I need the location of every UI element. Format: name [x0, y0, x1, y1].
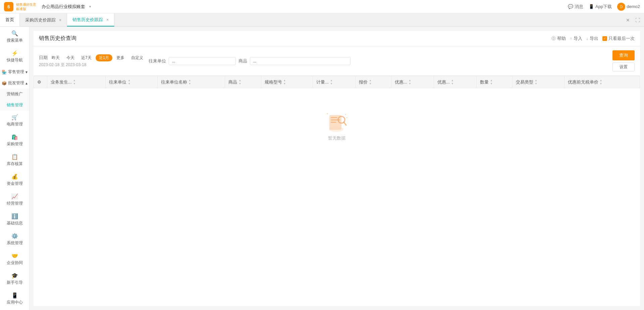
- th-counterparty-name[interactable]: 往来单位名称 ▲▼: [157, 76, 225, 88]
- user-avatar-btn[interactable]: D demo2: [617, 3, 640, 11]
- th-settings[interactable]: ⚙: [34, 76, 47, 88]
- sidebar-item-ecommerce[interactable]: 🛒 电商管理: [0, 111, 29, 131]
- export-icon: ↓: [586, 36, 589, 41]
- gear-icon: ⚙: [37, 80, 41, 85]
- sidebar-item-wholesale[interactable]: 📦 批发管理 ▴: [0, 78, 29, 89]
- th-unit[interactable]: 计量... ▲▼: [313, 76, 356, 88]
- sidebar-item-wechat[interactable]: 💬 企业微信: [0, 309, 29, 310]
- guide-icon: 🎓: [11, 272, 18, 279]
- th-spec[interactable]: 规格型号 ▲▼: [261, 76, 313, 88]
- svg-rect-3: [331, 119, 340, 120]
- counterparty-filter-group: 往来单位 ...: [149, 57, 236, 65]
- logo-icon: 6: [4, 2, 13, 11]
- sidebar-label-ecommerce: 电商管理: [7, 121, 23, 127]
- th-quote[interactable]: 报价 ▲▼: [355, 76, 391, 88]
- retail-expand-icon: ▾: [25, 70, 28, 74]
- counterparty-label: 往来单位: [149, 58, 166, 64]
- svg-point-7: [327, 113, 328, 114]
- th-trade-type[interactable]: 交易类型 ▲▼: [513, 76, 564, 88]
- tab-fullscreen-btn[interactable]: ⛶: [634, 16, 641, 24]
- sidebar-item-quicknav[interactable]: ⚡ 快捷导航: [0, 47, 29, 66]
- sidebar-item-marketing[interactable]: 营销推广: [0, 89, 29, 100]
- date-label: 日期: [39, 55, 48, 61]
- sidebar-label-marketing: 营销推广: [7, 92, 23, 96]
- sort-spec: ▲▼: [283, 79, 286, 85]
- tab-sales-history[interactable]: 销售历史价跟踪 ×: [67, 13, 114, 27]
- sidebar-label-basic: 基础信息: [7, 220, 23, 226]
- date-range-display: 2023-02-18 至 2023-03-18: [39, 62, 146, 68]
- tab-close-all-btn[interactable]: ✕: [625, 16, 631, 24]
- date-btn-last7[interactable]: 近7天: [78, 54, 94, 61]
- sidebar-item-system[interactable]: ⚙️ 系统管理: [0, 229, 29, 249]
- th-biz-date[interactable]: 业务发生... ▲▼: [47, 76, 106, 88]
- svg-rect-4: [331, 122, 336, 123]
- date-btn-custom[interactable]: 自定义: [128, 54, 146, 61]
- inventory-icon: 📋: [11, 154, 18, 160]
- date-btn-today[interactable]: 今天: [64, 54, 77, 61]
- counterparty-input-placeholder: ...: [172, 59, 175, 63]
- only-last-checkbox-group[interactable]: ✓ 只看最后一次: [602, 36, 635, 42]
- th-counterparty-code[interactable]: 往来单位 ▲▼: [106, 76, 157, 88]
- setting-btn[interactable]: 设置: [612, 62, 635, 71]
- sidebar-label-inventory: 库存核算: [7, 161, 23, 167]
- finance-icon: 💰: [11, 173, 18, 180]
- page-header-actions: ⓪ 帮助 ↑ 导入 ↓ 导出 ✓ 只看最后一次: [551, 36, 635, 42]
- sidebar-item-operations[interactable]: 📈 经营管理: [0, 190, 29, 210]
- sidebar-label-retail: 零售管理: [8, 69, 24, 75]
- sidebar-item-inventory[interactable]: 📋 库存核算: [0, 150, 29, 170]
- th-quantity[interactable]: 数量 ▲▼: [476, 76, 512, 88]
- date-btn-more[interactable]: 更多: [114, 54, 127, 61]
- sidebar-item-apps[interactable]: 📱 应用中心: [0, 289, 29, 309]
- tab-bar: 首页 采购历史价跟踪 × 销售历史价跟踪 × ✕ ⛶: [0, 13, 644, 27]
- filter-date-group: 日期 昨天 今天 近7天 近1月 更多 自定义 2023-02-18 至 202…: [39, 54, 146, 68]
- sidebar-label-purchase: 采购管理: [7, 141, 23, 147]
- table-area: ⚙ 业务发生... ▲▼ 往来单位: [34, 76, 640, 306]
- import-icon: ↑: [570, 36, 572, 41]
- sidebar-label-guide: 新手引导: [7, 280, 23, 286]
- sidebar-item-finance[interactable]: 💰 资金管理: [0, 170, 29, 190]
- th-discount1[interactable]: 优惠... ▲▼: [391, 76, 434, 88]
- tab-home[interactable]: 首页: [0, 13, 20, 27]
- th-pretax[interactable]: 优惠前无税单价 ▲▼: [564, 76, 640, 88]
- sort-trade-type: ▲▼: [535, 79, 537, 85]
- th-goods[interactable]: 商品 ▲▼: [225, 76, 261, 88]
- svg-point-9: [346, 117, 347, 118]
- sort-goods: ▲▼: [238, 79, 241, 85]
- date-btn-last1m[interactable]: 近1月: [96, 54, 113, 61]
- sidebar-item-basic[interactable]: ℹ️ 基础信息: [0, 210, 29, 229]
- tab-purchase-close[interactable]: ×: [59, 18, 61, 22]
- counterparty-input[interactable]: ...: [169, 57, 236, 65]
- sidebar-item-purchase[interactable]: 🛍️ 采购管理: [0, 131, 29, 150]
- sidebar-item-sales-mgmt[interactable]: 销售管理: [0, 100, 29, 111]
- filter-right: 查询 设置: [612, 50, 635, 71]
- export-btn[interactable]: ↓ 导出: [586, 36, 599, 42]
- sidebar-item-guide[interactable]: 🎓 新手引导: [0, 269, 29, 289]
- help-btn[interactable]: ⓪ 帮助: [551, 36, 566, 42]
- tab-purchase-history[interactable]: 采购历史价跟踪 ×: [20, 13, 67, 27]
- import-btn[interactable]: ↑ 导入: [570, 36, 582, 42]
- sidebar-item-search[interactable]: 🔍 搜索菜单: [0, 27, 29, 47]
- sidebar-item-enterprise[interactable]: 🤝 企业协同: [0, 249, 29, 269]
- app-title-dropdown[interactable]: ▾: [89, 5, 91, 8]
- goods-label: 商品: [238, 58, 247, 64]
- app-download-btn[interactable]: 📱 App下载: [589, 4, 612, 10]
- message-btn[interactable]: 💬 消息: [568, 4, 583, 10]
- search-icon: 🔍: [11, 30, 18, 37]
- query-btn[interactable]: 查询: [612, 50, 635, 60]
- only-last-checkbox[interactable]: ✓: [602, 36, 607, 41]
- date-btn-yesterday[interactable]: 昨天: [49, 54, 62, 61]
- sidebar-label-sales-mgmt: 销售管理: [7, 103, 23, 107]
- goods-input[interactable]: ...: [250, 57, 351, 65]
- only-last-label: 只看最后一次: [608, 36, 635, 42]
- data-table: ⚙ 业务发生... ▲▼ 往来单位: [34, 76, 640, 88]
- sidebar-item-retail[interactable]: 🏪 零售管理 ▾: [0, 66, 29, 78]
- sidebar-label-system: 系统管理: [7, 240, 23, 246]
- sort-biz-date: ▲▼: [73, 79, 76, 85]
- th-discount2[interactable]: 优惠... ▲▼: [434, 76, 477, 88]
- svg-line-6: [344, 122, 346, 125]
- tab-home-label: 首页: [5, 17, 14, 23]
- tab-sales-close[interactable]: ×: [106, 17, 109, 22]
- sort-quote: ▲▼: [369, 79, 372, 85]
- page-header: 销售历史价查询 ⓪ 帮助 ↑ 导入 ↓ 导出 ✓: [34, 31, 640, 46]
- sidebar-label-quicknav: 快捷导航: [7, 57, 23, 63]
